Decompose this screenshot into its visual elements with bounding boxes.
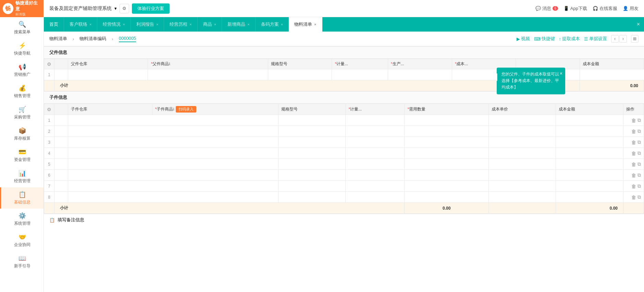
child-row-6-product[interactable] <box>68 170 278 181</box>
child-row-5-unit[interactable] <box>346 159 405 170</box>
tab-operations[interactable]: 经营情况 × <box>97 17 131 32</box>
child-row-2-qty[interactable] <box>405 126 489 137</box>
shortcut-btn[interactable]: ⌨ 快捷键 <box>534 36 555 42</box>
child-row-3-warehouse[interactable] <box>54 137 68 148</box>
parent-row-1-product[interactable] <box>68 69 148 80</box>
sub-tab-detail[interactable]: 物料清单编码 <box>79 36 106 42</box>
child-row-1-unit[interactable] <box>346 115 405 126</box>
child-row-8-product[interactable] <box>68 192 278 203</box>
sidebar-item-guide[interactable]: 📖 新手引导 <box>0 251 44 272</box>
single-settings-btn[interactable]: ☰ 单据设置 <box>584 36 607 42</box>
child-row-4-product[interactable] <box>68 148 278 159</box>
tab-history-close[interactable]: × <box>189 22 191 26</box>
sidebar-item-sales[interactable]: 💰 销售管理 <box>0 81 44 102</box>
delete-icon-6[interactable]: 🗑 <box>631 173 636 178</box>
system-dropdown[interactable]: ▾ <box>114 6 117 11</box>
parent-row-1-production[interactable] <box>332 69 388 80</box>
child-row-4-price[interactable] <box>489 148 556 159</box>
copy-icon-7[interactable]: ⧉ <box>637 183 641 189</box>
tab-bom-close[interactable]: × <box>314 22 316 26</box>
child-row-7-spec[interactable] <box>278 181 346 192</box>
tab-profit[interactable]: 利润报告 × <box>131 17 164 32</box>
tab-profit-close[interactable]: × <box>156 22 158 26</box>
parent-row-1-spec[interactable] <box>148 69 268 80</box>
child-row-1-qty[interactable] <box>405 115 489 126</box>
child-row-7-unit[interactable] <box>346 181 405 192</box>
child-row-8-unit[interactable] <box>346 192 405 203</box>
child-row-2-price[interactable] <box>489 126 556 137</box>
child-row-4-warehouse[interactable] <box>54 148 68 159</box>
copy-icon-1[interactable]: ⧉ <box>637 117 641 123</box>
child-row-3-spec[interactable] <box>278 137 346 148</box>
delete-icon-5[interactable]: 🗑 <box>631 162 636 167</box>
parent-row-1-warehouse[interactable] <box>54 69 68 80</box>
sidebar-item-search[interactable]: 🔍 搜索菜单 <box>0 17 44 38</box>
online-service-button[interactable]: 🎧 在线客服 <box>593 5 617 12</box>
next-arrow[interactable]: › <box>619 35 627 43</box>
copy-icon-4[interactable]: ⧉ <box>637 150 641 156</box>
grid-view-btn[interactable]: ⊞ <box>631 35 639 43</box>
tab-barcode-close[interactable]: × <box>281 22 283 26</box>
child-row-3-price[interactable] <box>489 137 556 148</box>
app-download-button[interactable]: 📱 App下载 <box>564 5 587 12</box>
child-row-7-price[interactable] <box>489 181 556 192</box>
child-row-8-spec[interactable] <box>278 192 346 203</box>
scan-button[interactable]: 扫码录入 <box>176 106 196 113</box>
sidebar-item-enterprise[interactable]: 🤝 企业协同 <box>0 230 44 251</box>
child-row-2-warehouse[interactable] <box>54 126 68 137</box>
sidebar-item-inventory[interactable]: 📦 库存核算 <box>0 124 44 145</box>
child-row-5-spec[interactable] <box>278 159 346 170</box>
child-row-8-price[interactable] <box>489 192 556 203</box>
child-row-1-price[interactable] <box>489 115 556 126</box>
extract-cost-btn[interactable]: ↑ 提取成本 <box>559 36 580 42</box>
parent-row-1-unit[interactable] <box>268 69 332 80</box>
tab-customers[interactable]: 客户联络 × <box>64 17 97 32</box>
sidebar-item-finance[interactable]: 💳 资金管理 <box>0 145 44 166</box>
child-row-5-price[interactable] <box>489 159 556 170</box>
sidebar-item-quick-nav[interactable]: ⚡ 快捷导航 <box>0 38 44 60</box>
child-row-4-qty[interactable] <box>405 148 489 159</box>
sub-tab-code[interactable]: 0000005 <box>119 36 136 42</box>
copy-icon-6[interactable]: ⧉ <box>637 172 641 178</box>
trial-button[interactable]: 体验行业方案 <box>132 3 170 14</box>
tab-goods-close[interactable]: × <box>214 22 216 26</box>
child-row-4-spec[interactable] <box>278 148 346 159</box>
col-settings-icon[interactable]: ⚙ <box>47 61 51 67</box>
tab-barcode[interactable]: 条码方案 × <box>256 17 289 32</box>
tab-bom[interactable]: 物料清单 × <box>289 17 322 32</box>
close-all-tabs[interactable]: × <box>633 21 644 27</box>
copy-icon-5[interactable]: ⧉ <box>637 161 641 167</box>
child-row-3-product[interactable] <box>68 137 278 148</box>
child-row-6-spec[interactable] <box>278 170 346 181</box>
child-row-6-price[interactable] <box>489 170 556 181</box>
child-row-6-warehouse[interactable] <box>54 170 68 181</box>
child-row-2-product[interactable] <box>68 126 278 137</box>
child-row-6-qty[interactable] <box>405 170 489 181</box>
settings-button[interactable]: ⚙ <box>120 4 129 13</box>
child-row-3-unit[interactable] <box>346 137 405 148</box>
child-row-5-qty[interactable] <box>405 159 489 170</box>
message-button[interactable]: 💬 消息 6 <box>535 5 558 12</box>
sidebar-item-purchase[interactable]: 🛒 采购管理 <box>0 102 44 124</box>
child-row-2-unit[interactable] <box>346 126 405 137</box>
delete-icon-2[interactable]: 🗑 <box>631 129 636 134</box>
tab-history[interactable]: 经营历程 × <box>164 17 197 32</box>
sidebar-item-system[interactable]: ⚙️ 系统管理 <box>0 209 44 230</box>
tab-new-goods[interactable]: 新增商品 × <box>222 17 255 32</box>
child-row-3-qty[interactable] <box>405 137 489 148</box>
child-row-1-warehouse[interactable] <box>54 115 68 126</box>
child-row-7-product[interactable] <box>68 181 278 192</box>
sub-tab-list[interactable]: 物料清单 <box>49 36 67 42</box>
child-row-6-unit[interactable] <box>346 170 405 181</box>
sidebar-item-operations[interactable]: 📊 经营管理 <box>0 166 44 187</box>
parent-row-1-cost[interactable] <box>388 69 452 80</box>
delete-icon-1[interactable]: 🗑 <box>631 118 636 123</box>
child-row-8-warehouse[interactable] <box>54 192 68 203</box>
child-row-4-unit[interactable] <box>346 148 405 159</box>
tab-operations-close[interactable]: × <box>123 22 125 26</box>
delete-icon-3[interactable]: 🗑 <box>631 140 636 145</box>
child-row-7-qty[interactable] <box>405 181 489 192</box>
user-menu[interactable]: 👤 用友 <box>623 5 639 12</box>
prev-arrow[interactable]: ‹ <box>611 35 619 43</box>
child-row-7-warehouse[interactable] <box>54 181 68 192</box>
